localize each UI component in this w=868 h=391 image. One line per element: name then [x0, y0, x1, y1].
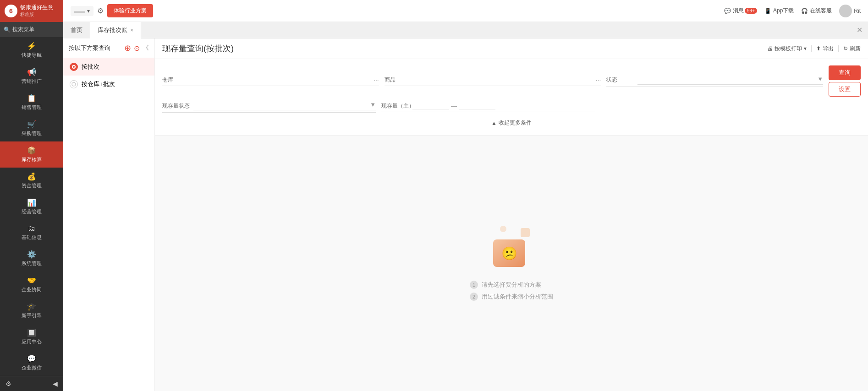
- product-input[interactable]: [416, 77, 592, 83]
- sidebar-header: 6 畅康通好生意 标准版: [0, 0, 63, 22]
- empty-text: 1 请先选择要分析的方案 2 用过滤条件来缩小分析范围: [470, 281, 553, 301]
- product-dots-icon[interactable]: ···: [596, 76, 601, 84]
- refresh-label: 刷新: [850, 45, 861, 53]
- product-label: 商品: [385, 76, 412, 84]
- scheme-by-batch[interactable]: 按批次: [63, 58, 154, 76]
- collapse-more-label: 收起更多条件: [499, 119, 532, 127]
- print-dropdown-arrow[interactable]: ▾: [804, 45, 807, 52]
- stock-status-label: 现存量状态: [162, 102, 190, 110]
- add-scheme-icon[interactable]: ⊕: [124, 43, 131, 53]
- sidebar-item-label: 系统管理: [22, 260, 42, 267]
- online-service-button[interactable]: 🎧 在线客服: [801, 7, 832, 15]
- print-label: 按模板打印: [775, 45, 802, 53]
- app-download-button[interactable]: 📱 App下载: [764, 7, 794, 15]
- collapse-more-icon: ▲: [491, 120, 497, 126]
- hint-num-2: 2: [470, 293, 478, 301]
- breadcrumb-dropdown[interactable]: ▬▬ ▾: [71, 6, 93, 16]
- purchase-icon: 🛒: [27, 120, 36, 129]
- guide-icon: 🎓: [27, 302, 36, 311]
- sidebar-item-guide[interactable]: 🎓 新手引导: [0, 298, 63, 324]
- avatar: [839, 5, 852, 17]
- status-arrow-icon[interactable]: ▼: [817, 76, 823, 82]
- message-label: 消息: [733, 7, 744, 15]
- empty-hint-1: 1 请先选择要分析的方案: [470, 281, 553, 289]
- print-button[interactable]: 🖨 按模板打印 ▾: [767, 45, 807, 53]
- app-logo: 6: [5, 5, 17, 17]
- settings-gear-icon[interactable]: ⚙: [97, 6, 104, 15]
- warehouse-dots-icon[interactable]: ···: [374, 76, 379, 84]
- stock-status-arrow-icon[interactable]: ▼: [370, 101, 376, 108]
- topbar: ▬▬ ▾ ⚙ 体验行业方案 💬 消息 99+ 📱 App下载 🎧 在线客服: [63, 0, 868, 22]
- user-profile[interactable]: Rit: [839, 5, 861, 17]
- filter-row-1: 仓库 ··· 商品 ··· 状态 ▼: [162, 65, 861, 97]
- status-input[interactable]: [637, 76, 817, 82]
- scheme-by-warehouse-batch[interactable]: 按仓库+批次: [63, 76, 154, 93]
- tab-home[interactable]: 首页: [63, 22, 90, 38]
- operation-icon: 📊: [27, 198, 36, 207]
- scheme-actions: ⊕ ⊙ 《: [124, 43, 149, 53]
- stock-qty-from[interactable]: [412, 103, 449, 109]
- username: Rit: [854, 8, 861, 14]
- warehouse-input[interactable]: [193, 77, 370, 83]
- tab-inventory-batch[interactable]: 库存批次账 ×: [90, 22, 141, 38]
- sidebar-item-quick-nav[interactable]: ⚡ 快捷导航: [0, 37, 63, 63]
- online-service-label: 在线客服: [810, 7, 832, 15]
- app-edition: 标准版: [20, 11, 53, 18]
- refresh-button[interactable]: ↻ 刷新: [843, 45, 861, 53]
- footer-settings-icon[interactable]: ⚙: [5, 380, 11, 387]
- settings-button[interactable]: 设置: [829, 82, 861, 97]
- query-button[interactable]: 查询: [829, 65, 861, 80]
- product-field: 商品 ···: [385, 76, 601, 86]
- sidebar-item-collab[interactable]: 🤝 企业协同: [0, 272, 63, 298]
- sidebar-item-sales[interactable]: 📋 销售管理: [0, 89, 63, 115]
- right-panel: 现存量查询(按批次) 🖨 按模板打印 ▾ ⬆ 导出 ↻ 刷: [155, 38, 868, 391]
- scheme-active-dot: [70, 63, 78, 71]
- export-button[interactable]: ⬆ 导出: [816, 45, 834, 53]
- sidebar-item-purchase[interactable]: 🛒 采购管理: [0, 115, 63, 141]
- sidebar-nav: ⚡ 快捷导航 📢 营销推广 📋 销售管理 🛒 采购管理 📦 库存核算 💰 资金管…: [0, 37, 63, 376]
- scheme-inactive-dot: [70, 80, 78, 88]
- stock-status-select[interactable]: ▼: [193, 101, 376, 110]
- tab-close-icon[interactable]: ×: [130, 27, 133, 33]
- message-button[interactable]: 💬 消息 99+: [724, 7, 757, 15]
- page-actions: 🖨 按模板打印 ▾ ⬆ 导出 ↻ 刷新: [767, 45, 861, 53]
- left-panel: 按以下方案查询 ⊕ ⊙ 《 按批次 按仓库+批次: [63, 38, 155, 391]
- stock-qty-to[interactable]: [459, 103, 495, 109]
- sidebar-search[interactable]: 🔍 搜索菜单: [0, 22, 63, 37]
- action-divider: [811, 45, 812, 52]
- stock-status-field: 现存量状态 ▼: [162, 101, 376, 113]
- filter-row-2: 现存量状态 ▼ 现存量（主） —: [162, 101, 861, 113]
- empty-state: 😕 1 请先选择要分析的方案 2 用过滤条件来缩小分析范围: [155, 136, 868, 391]
- search-icon: 🔍: [4, 27, 11, 33]
- breadcrumb-text: ▬▬: [74, 8, 85, 14]
- stock-status-input[interactable]: [193, 102, 370, 108]
- scheme-label: 按以下方案查询: [69, 44, 110, 52]
- footer-collapse-icon[interactable]: ◀: [53, 380, 58, 387]
- sidebar-item-finance[interactable]: 💰 资金管理: [0, 168, 63, 194]
- export-label: 导出: [823, 45, 834, 53]
- sidebar-item-label: 快捷导航: [22, 52, 42, 59]
- dropdown-arrow-icon: ▾: [87, 8, 90, 14]
- sidebar-item-system[interactable]: ⚙️ 系统管理: [0, 245, 63, 272]
- refresh-icon: ↻: [843, 45, 848, 52]
- page-header: 现存量查询(按批次) 🖨 按模板打印 ▾ ⬆ 导出 ↻ 刷: [155, 38, 868, 59]
- filter-area: 仓库 ··· 商品 ··· 状态 ▼: [155, 59, 868, 136]
- sidebar-item-operation[interactable]: 📊 经营管理: [0, 194, 63, 220]
- sidebar-item-label: 库存核算: [22, 156, 42, 163]
- collapse-more-button[interactable]: ▲ 收起更多条件: [162, 117, 861, 129]
- sidebar-item-label: 经营管理: [22, 208, 42, 215]
- tab-extra: ✕: [141, 26, 868, 34]
- hint-num-1: 1: [470, 281, 478, 289]
- panel-close-icon[interactable]: ✕: [857, 26, 863, 34]
- collapse-panel-icon[interactable]: 《: [143, 44, 149, 52]
- trial-button[interactable]: 体验行业方案: [107, 4, 153, 17]
- sidebar-item-marketing[interactable]: 📢 营销推广: [0, 63, 63, 89]
- app-title: 畅康通好生意: [20, 4, 53, 11]
- scheme-settings-icon[interactable]: ⊙: [134, 44, 140, 53]
- scheme-warehouse-batch-label: 按仓库+批次: [82, 80, 115, 88]
- sidebar-item-app-center[interactable]: 🔲 应用中心: [0, 324, 63, 350]
- sidebar-item-inventory[interactable]: 📦 库存核算: [0, 141, 63, 168]
- sidebar-item-wechat[interactable]: 💬 企业微信: [0, 350, 63, 376]
- status-select[interactable]: ▼: [637, 76, 823, 85]
- sidebar-item-basic[interactable]: 🗂 基础信息: [0, 220, 63, 245]
